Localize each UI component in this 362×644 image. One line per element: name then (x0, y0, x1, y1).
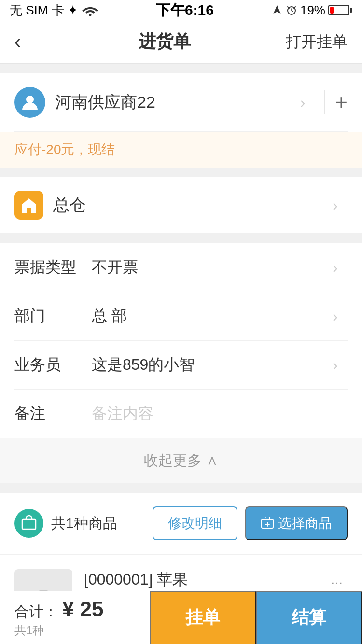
edit-detail-button[interactable]: 修改明细 (153, 506, 237, 540)
payment-banner: 应付-20元，现结 (0, 132, 362, 168)
products-header: 共1种商品 修改明细 选择商品 (0, 493, 362, 554)
checkout-button[interactable]: 结算 (256, 591, 362, 644)
main-content: 河南供应商22 › + 应付-20元，现结 总仓 › 票据类型 不开票 (0, 64, 362, 644)
products-count: 共1种商品 (51, 514, 153, 533)
sim-text: 无 SIM 卡 ✦ (10, 2, 78, 19)
remark-row[interactable]: 备注 备注内容 (14, 389, 348, 438)
warehouse-chevron-icon: › (333, 196, 338, 214)
person-icon (20, 93, 40, 112)
supplier-chevron-icon: › (300, 94, 306, 112)
invoice-chevron-icon: › (333, 259, 338, 277)
house-icon (20, 196, 38, 214)
total-row: 合计： ¥ 25 (14, 597, 135, 622)
cart-icon (20, 515, 38, 532)
supplier-avatar (14, 87, 45, 118)
warehouse-name: 总仓 (53, 194, 333, 216)
sales-value: 这是859的小智 (82, 354, 333, 376)
supplier-name: 河南供应商22 (55, 91, 300, 113)
remark-input[interactable]: 备注内容 (82, 403, 348, 424)
products-icon (14, 509, 43, 538)
invoice-label: 票据类型 (14, 257, 82, 278)
remark-label: 备注 (14, 403, 82, 424)
warehouse-row[interactable]: 总仓 › (14, 177, 348, 233)
bottom-bar: 合计： ¥ 25 共1种 挂单 结算 (0, 591, 362, 644)
warehouse-icon (14, 191, 43, 220)
page-title: 进货单 (139, 30, 191, 54)
hang-button[interactable]: 挂单 (150, 591, 256, 644)
supplier-divider (324, 90, 325, 114)
total-amount: ¥ 25 (62, 597, 104, 621)
status-bar: 无 SIM 卡 ✦ 下午6:16 19% (0, 0, 362, 20)
total-label: 合计： (14, 603, 58, 619)
payment-info-text: 应付-20元，现结 (14, 142, 115, 157)
dept-label: 部门 (14, 306, 82, 327)
nav-bar: ‹ 进货单 打开挂单 (0, 20, 362, 64)
dept-value: 总 部 (82, 306, 333, 327)
back-button[interactable]: ‹ (14, 31, 43, 53)
location-icon (271, 4, 283, 16)
battery-icon (328, 5, 352, 15)
battery-percent: 19% (300, 3, 325, 18)
status-right: 19% (271, 3, 352, 18)
collapse-text: 收起更多 ∧ (144, 452, 218, 468)
invoice-row[interactable]: 票据类型 不开票 › (14, 243, 348, 292)
svg-point-2 (26, 96, 34, 103)
total-count: 共1种 (14, 623, 135, 638)
select-product-button[interactable]: 选择商品 (245, 506, 348, 540)
supplier-section: 河南供应商22 › + (0, 73, 362, 132)
wifi-icon (82, 4, 98, 16)
open-pending-button[interactable]: 打开挂单 (286, 31, 348, 53)
sales-row[interactable]: 业务员 这是859的小智 › (14, 340, 348, 389)
section-divider-4 (0, 483, 362, 493)
supplier-row[interactable]: 河南供应商22 › + (14, 73, 348, 132)
select-product-icon (261, 517, 274, 530)
dept-chevron-icon: › (333, 308, 338, 325)
sales-chevron-icon: › (333, 356, 338, 374)
form-section: 票据类型 不开票 › 部门 总 部 › 业务员 这是859的小智 › 备注 备注… (0, 243, 362, 438)
select-product-label: 选择商品 (278, 514, 332, 532)
add-supplier-button[interactable]: + (335, 90, 348, 114)
svg-rect-3 (22, 519, 36, 529)
status-time: 下午6:16 (156, 0, 214, 20)
collapse-row[interactable]: 收起更多 ∧ (0, 438, 362, 483)
status-left: 无 SIM 卡 ✦ (10, 2, 98, 19)
total-section: 合计： ¥ 25 共1种 (0, 597, 150, 638)
warehouse-section: 总仓 › (0, 177, 362, 233)
section-divider-3 (0, 233, 362, 243)
alarm-icon (286, 4, 297, 16)
dept-row[interactable]: 部门 总 部 › (14, 292, 348, 340)
section-divider-1 (0, 64, 362, 73)
sales-label: 业务员 (14, 354, 82, 376)
invoice-value: 不开票 (82, 257, 333, 278)
svg-point-0 (89, 14, 91, 16)
product-name: [0000001] 苹果 (84, 569, 326, 590)
section-divider-2 (0, 168, 362, 177)
